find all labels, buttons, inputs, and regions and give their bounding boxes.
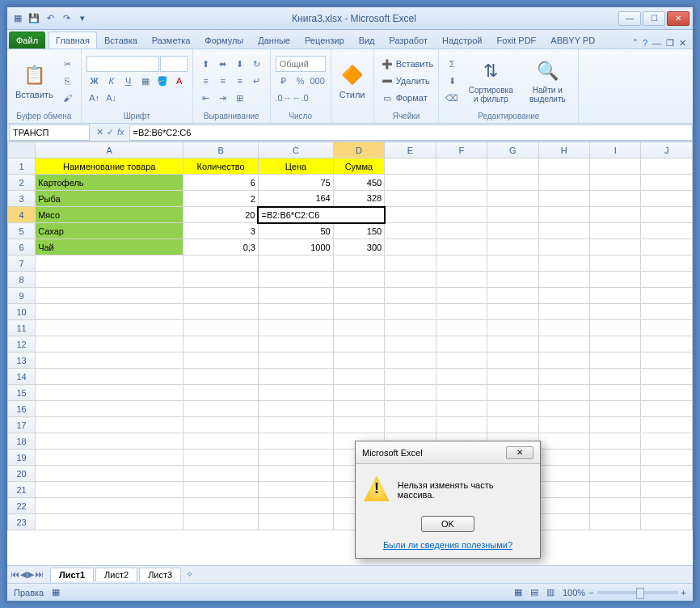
cell[interactable]: Сахар	[36, 223, 183, 239]
cell[interactable]	[641, 450, 693, 466]
insert-cells-label[interactable]: Вставить	[396, 59, 434, 69]
row-header[interactable]: 8	[8, 272, 36, 288]
row-header[interactable]: 12	[8, 336, 36, 353]
cell[interactable]	[36, 255, 183, 272]
row-header[interactable]: 1	[8, 158, 36, 175]
cell[interactable]	[436, 191, 487, 207]
cell[interactable]: Мясо	[36, 207, 183, 223]
cell[interactable]	[36, 353, 183, 369]
cell[interactable]: 6	[183, 175, 259, 191]
row-header[interactable]: 14	[8, 369, 36, 385]
row-header[interactable]: 22	[8, 498, 36, 514]
row-header[interactable]: 16	[8, 401, 36, 417]
zoom-slider[interactable]	[597, 591, 678, 594]
wrap-text-icon[interactable]: ↵	[249, 73, 265, 89]
cell[interactable]	[538, 255, 589, 272]
tab-developer[interactable]: Разработ	[382, 32, 435, 49]
sheet-prev-icon[interactable]: ◀	[20, 569, 27, 580]
cell[interactable]	[590, 401, 641, 417]
select-all-corner[interactable]	[8, 142, 36, 158]
cell[interactable]	[538, 239, 589, 255]
cell[interactable]	[487, 417, 538, 433]
align-top-icon[interactable]: ⬆	[198, 56, 214, 72]
cell[interactable]	[590, 336, 641, 353]
cell[interactable]	[258, 336, 333, 353]
cell[interactable]: 300	[333, 239, 384, 255]
cell[interactable]: 164	[258, 191, 333, 207]
fill-icon[interactable]: ⬇	[444, 73, 460, 89]
cell[interactable]	[333, 385, 384, 401]
row-header[interactable]: 6	[8, 239, 36, 255]
find-select-button[interactable]: 🔍Найти и выделить	[521, 57, 573, 105]
cell[interactable]	[183, 272, 259, 288]
align-center-icon[interactable]: ≡	[215, 73, 231, 89]
cell[interactable]	[538, 288, 589, 304]
cell[interactable]	[183, 255, 259, 272]
col-header[interactable]: D	[333, 142, 384, 158]
sheet-last-icon[interactable]: ⏭	[35, 569, 44, 580]
cell[interactable]	[487, 255, 538, 272]
cell[interactable]	[641, 482, 693, 498]
sheet-first-icon[interactable]: ⏮	[11, 569, 19, 580]
cell[interactable]	[590, 304, 641, 320]
tab-home[interactable]: Главная	[48, 32, 97, 49]
font-size-combo[interactable]	[160, 56, 188, 72]
cell[interactable]	[258, 353, 333, 369]
cell[interactable]	[385, 158, 436, 175]
cell[interactable]	[487, 288, 538, 304]
dialog-close-button[interactable]: ✕	[506, 446, 533, 459]
cell[interactable]	[36, 514, 183, 530]
cell[interactable]	[538, 320, 589, 336]
cell[interactable]	[641, 158, 693, 175]
cell[interactable]	[183, 417, 259, 433]
number-format-combo[interactable]: Общий	[276, 56, 326, 72]
view-normal-icon[interactable]: ▦	[514, 587, 522, 597]
cell[interactable]	[333, 353, 384, 369]
cell[interactable]	[333, 401, 384, 417]
increase-decimal-icon[interactable]: .0→	[276, 90, 292, 106]
cell[interactable]	[183, 498, 259, 514]
cell[interactable]	[36, 385, 183, 401]
cell[interactable]	[487, 304, 538, 320]
cell[interactable]	[183, 433, 259, 450]
cell[interactable]	[36, 401, 183, 417]
font-color-icon[interactable]: A	[171, 73, 188, 89]
save-icon[interactable]: 💾	[27, 11, 41, 26]
cell[interactable]	[385, 336, 436, 353]
font-family-combo[interactable]	[86, 56, 159, 72]
cell[interactable]	[258, 482, 333, 498]
cell[interactable]	[487, 272, 538, 288]
cell[interactable]	[258, 369, 333, 385]
insert-cells-icon[interactable]: ➕	[379, 56, 395, 72]
cell[interactable]	[590, 482, 641, 498]
cell[interactable]	[258, 288, 333, 304]
cell[interactable]	[590, 498, 641, 514]
cell[interactable]	[641, 239, 693, 255]
row-header[interactable]: 4	[8, 207, 36, 223]
cell[interactable]	[436, 288, 487, 304]
cell[interactable]	[258, 320, 333, 336]
cell[interactable]	[590, 175, 641, 191]
cell[interactable]	[590, 369, 641, 385]
cell[interactable]	[436, 223, 487, 239]
cell[interactable]	[487, 336, 538, 353]
cell[interactable]	[436, 272, 487, 288]
cell[interactable]	[538, 353, 589, 369]
row-header[interactable]: 3	[8, 191, 36, 207]
orientation-icon[interactable]: ↻	[249, 56, 265, 72]
cell[interactable]	[436, 417, 487, 433]
cell[interactable]	[641, 191, 693, 207]
cell[interactable]	[436, 385, 487, 401]
cell[interactable]	[538, 466, 589, 482]
cell[interactable]: 328	[333, 191, 384, 207]
tab-review[interactable]: Рецензир	[297, 32, 352, 49]
qat-dropdown-icon[interactable]: ▾	[75, 11, 90, 26]
row-header[interactable]: 21	[8, 482, 36, 498]
sheet-tab[interactable]: Лист1	[50, 568, 94, 581]
view-layout-icon[interactable]: ▤	[530, 587, 538, 597]
cell[interactable]	[258, 272, 333, 288]
cell[interactable]	[538, 401, 589, 417]
redo-icon[interactable]: ↷	[59, 11, 74, 26]
cell[interactable]	[385, 223, 436, 239]
cell[interactable]	[487, 158, 538, 175]
